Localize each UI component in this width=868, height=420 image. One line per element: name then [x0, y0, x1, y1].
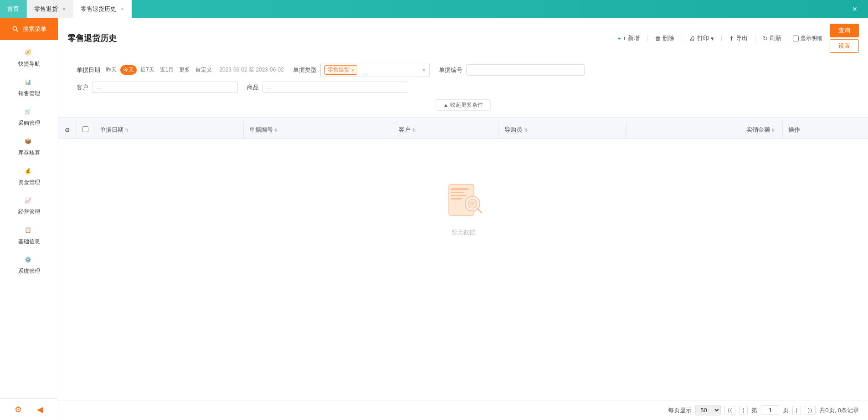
settings-button[interactable]: 设置 — [830, 39, 859, 53]
page-size-label: 每页显示 — [668, 406, 692, 415]
table-body: 暂无数据 — [58, 139, 868, 273]
divider — [647, 35, 647, 41]
sidebar-item-label: 库存核算 — [18, 149, 40, 157]
operation-icon: 📈 — [25, 197, 34, 206]
empty-state-row: 暂无数据 — [58, 139, 868, 273]
date-btn-7days[interactable]: 近7天 — [139, 65, 156, 75]
first-page-button[interactable]: ⟨⟨ — [724, 406, 735, 415]
purchase-mgmt-icon: 🛒 — [25, 108, 34, 118]
svg-rect-4 — [451, 192, 464, 193]
sidebar-item-inventory[interactable]: 📦 库存核算 — [0, 133, 58, 162]
collapse-sidebar-icon[interactable]: ◀ — [37, 405, 43, 415]
close-retail-return-history-tab[interactable]: × — [121, 6, 124, 12]
show-detail-checkbox-label[interactable]: 显示明细 — [793, 35, 822, 42]
customer-sort-icon: ⇅ — [412, 128, 416, 133]
th-guide-label: 导购员 — [504, 126, 522, 133]
date-buttons: 昨天 今天 近7天 近1月 更多 自定义 — [104, 65, 214, 75]
sidebar-item-quick-nav[interactable]: 🧭 快捷导航 — [0, 44, 58, 73]
sidebar-item-label: 快捷导航 — [18, 60, 40, 68]
show-detail-label-text: 显示明细 — [801, 35, 822, 42]
sidebar-item-sales-mgmt[interactable]: 📊 销售管理 — [0, 73, 58, 103]
home-tab-label: 首页 — [7, 5, 19, 13]
goods-input[interactable] — [262, 82, 408, 93]
bill-type-select[interactable]: 零售退货 × ▾ — [320, 63, 430, 77]
th-settings[interactable]: ⚙ — [58, 121, 77, 139]
quick-nav-icon: 🧭 — [25, 49, 34, 58]
tab-home[interactable]: 首页 — [0, 0, 27, 18]
delete-button[interactable]: 🗑 删除 — [651, 32, 678, 44]
date-btn-yesterday[interactable]: 昨天 — [104, 65, 118, 75]
next-page-button[interactable]: ⟩ — [792, 406, 801, 415]
last-page-button[interactable]: ⟩⟩ — [805, 406, 816, 415]
date-sort-icon: ⇅ — [125, 128, 128, 133]
prev-page-button[interactable]: ⟨ — [739, 406, 748, 415]
page-header-top: 零售退货历史 + + 新增 🗑 删除 🖨 打印 ▾ — [67, 24, 859, 53]
window-close-button[interactable]: × — [848, 5, 861, 14]
sidebar-item-label: 基础信息 — [18, 238, 40, 246]
th-check[interactable] — [77, 121, 94, 139]
sidebar-item-operation[interactable]: 📈 经营管理 — [0, 192, 58, 221]
collapse-label: 收起更多条件 — [450, 101, 483, 109]
top-bar: 首页 零售退货 × 零售退货历史 × × — [0, 0, 868, 18]
refresh-button[interactable]: ↻ 刷新 — [759, 32, 785, 44]
bill-number-input[interactable] — [466, 64, 585, 76]
customer-filter-group: 客户 — [77, 82, 238, 93]
collapse-button[interactable]: ▲ 收起更多条件 — [436, 99, 491, 111]
sidebar-item-basic-info[interactable]: 📋 基础信息 — [0, 221, 58, 251]
settings-bottom-icon[interactable]: ⚙ — [15, 405, 22, 415]
th-number-label: 单据编号 — [249, 126, 273, 133]
new-button[interactable]: + + 新增 — [614, 32, 643, 44]
main-layout: 搜索菜单 🧭 快捷导航 📊 销售管理 🛒 采购管理 📦 库存核算 💰 资金管理 — [0, 18, 868, 420]
system-mgmt-icon: ⚙️ — [25, 256, 34, 266]
th-date[interactable]: 单据日期 ⇅ — [94, 121, 243, 139]
sidebar-item-label: 系统管理 — [18, 267, 40, 275]
th-guide[interactable]: 导购员 ⇅ — [499, 121, 627, 139]
total-label: 共0页, 0条记录 — [819, 406, 859, 415]
th-customer[interactable]: 客户 ⇅ — [393, 121, 499, 139]
new-label: + 新增 — [623, 34, 640, 42]
date-btn-today[interactable]: 今天 — [120, 65, 137, 75]
content-area: 零售退货历史 + + 新增 🗑 删除 🖨 打印 ▾ — [58, 18, 868, 420]
divider5 — [789, 35, 789, 41]
show-detail-checkbox[interactable] — [793, 36, 799, 41]
refresh-label: 刷新 — [770, 34, 781, 42]
header-right-actions: + + 新增 🗑 删除 🖨 打印 ▾ — [614, 24, 859, 53]
close-retail-return-tab[interactable]: × — [62, 6, 66, 12]
sidebar-item-finance[interactable]: 💰 资金管理 — [0, 162, 58, 192]
print-button[interactable]: 🖨 打印 ▾ — [686, 32, 718, 44]
date-btn-custom[interactable]: 自定义 — [194, 65, 214, 75]
th-operation: 操作 — [783, 121, 868, 139]
empty-state-icon — [441, 175, 486, 221]
basic-info-icon: 📋 — [25, 227, 34, 236]
export-button[interactable]: ⬆ 导出 — [725, 32, 751, 44]
divider3 — [721, 35, 722, 41]
page-size-select[interactable]: 50 10 20 100 — [695, 405, 721, 415]
sidebar-item-label: 采购管理 — [18, 119, 40, 127]
bill-type-filter-group: 单据类型 零售退货 × ▾ — [293, 63, 430, 77]
sidebar-item-label: 资金管理 — [18, 179, 40, 186]
customer-filter-label: 客户 — [77, 83, 88, 92]
date-btn-1month[interactable]: 近1月 — [158, 65, 176, 75]
tab-retail-return[interactable]: 零售退货 × — [27, 0, 73, 18]
sidebar-menu: 🧭 快捷导航 📊 销售管理 🛒 采购管理 📦 库存核算 💰 资金管理 📈 — [0, 40, 58, 398]
sales-mgmt-icon: 📊 — [25, 79, 34, 88]
select-all-checkbox[interactable] — [82, 126, 88, 132]
svg-point-8 — [468, 199, 477, 208]
retail-return-history-tab-label: 零售退货历史 — [81, 5, 116, 13]
th-number[interactable]: 单据编号 ⇅ — [243, 121, 393, 139]
bill-type-tag-close[interactable]: × — [351, 67, 354, 73]
table-header-row: ⚙ 单据日期 ⇅ 单据编号 ⇅ 客户 — [58, 121, 868, 139]
sidebar-search[interactable]: 搜索菜单 — [0, 18, 58, 40]
page-label: 第 — [751, 406, 757, 415]
sidebar-item-system-mgmt[interactable]: ⚙️ 系统管理 — [0, 251, 58, 281]
customer-input[interactable] — [92, 82, 238, 93]
tab-retail-return-history[interactable]: 零售退货历史 × — [73, 0, 132, 18]
date-btn-more[interactable]: 更多 — [177, 65, 192, 75]
query-button[interactable]: 查询 — [830, 24, 859, 37]
sidebar-item-purchase-mgmt[interactable]: 🛒 采购管理 — [0, 103, 58, 133]
th-amount[interactable]: 实销金额 ⇅ — [627, 121, 783, 139]
collapse-row: ▲ 收起更多条件 — [77, 97, 850, 113]
page-number-input[interactable] — [761, 405, 779, 415]
page-title: 零售退货历史 — [67, 33, 117, 44]
th-operation-label: 操作 — [788, 126, 800, 133]
